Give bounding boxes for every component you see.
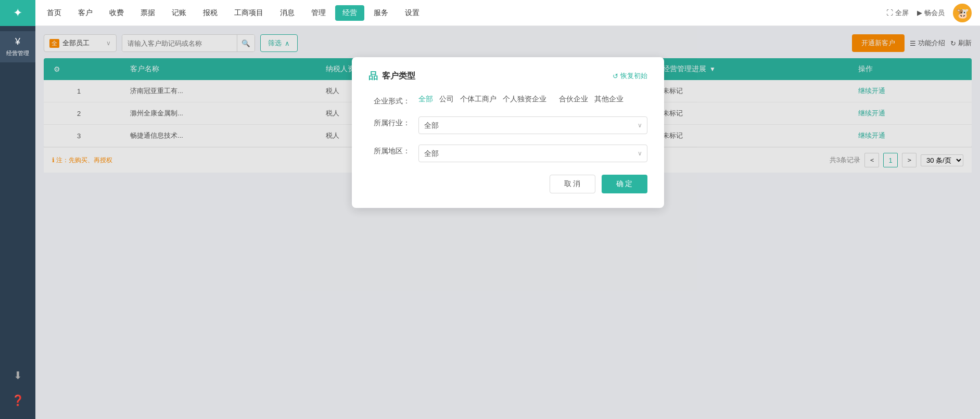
dialog-title-text: 客户类型 — [382, 71, 415, 82]
industry-label: 所属行业： — [368, 116, 410, 128]
nav-item-customer[interactable]: 客户 — [71, 5, 100, 21]
industry-select[interactable]: 全部 — [418, 116, 647, 134]
nav-item-message[interactable]: 消息 — [273, 5, 302, 21]
nav-item-service[interactable]: 服务 — [366, 5, 396, 21]
dialog-actions: 取 消 确 定 — [368, 175, 647, 193]
dialog-header: 品 客户类型 ↺ 恢复初始 — [368, 70, 647, 82]
type-other[interactable]: 其他企业 — [594, 95, 623, 104]
enterprise-types: 全部 公司 个体工商户 个人独资企业 合伙企业 其他企业 — [418, 95, 647, 104]
nav-items: 首页 客户 收费 票据 记账 报税 工商项目 消息 管理 经营 服务 设置 — [40, 5, 886, 21]
vip-icon: ▶ — [917, 9, 922, 17]
type-individual[interactable]: 个体工商户 — [460, 95, 497, 104]
fullscreen-icon: ⛶ — [886, 9, 893, 17]
type-company[interactable]: 公司 — [439, 95, 454, 104]
type-partnership[interactable]: 合伙企业 — [559, 95, 588, 104]
confirm-button[interactable]: 确 定 — [602, 175, 647, 193]
dialog-title-icon: 品 — [368, 70, 378, 82]
vip-label: 畅会员 — [924, 8, 945, 18]
yuan-icon: ¥ — [15, 36, 20, 47]
region-select[interactable]: 全部 — [418, 145, 647, 162]
nav-item-home[interactable]: 首页 — [40, 5, 69, 21]
cancel-button[interactable]: 取 消 — [550, 175, 595, 193]
vip-button[interactable]: ▶ 畅会员 — [917, 8, 945, 18]
help-icon[interactable]: ❓ — [7, 390, 29, 411]
industry-content: 全部 ∨ — [418, 116, 647, 134]
nav-item-business[interactable]: 工商项目 — [227, 5, 271, 21]
top-nav: ✦ 首页 客户 收费 票据 记账 报税 工商项目 消息 管理 经营 服务 设置 … — [0, 0, 980, 26]
nav-item-bills[interactable]: 票据 — [133, 5, 162, 21]
overlay: 品 客户类型 ↺ 恢复初始 企业形式： 全部 公司 个体工商户 个人独资企业 合… — [35, 26, 980, 419]
nav-right: ⛶ 全屏 ▶ 畅会员 🐮 — [886, 4, 972, 22]
dialog-title: 品 客户类型 — [368, 70, 415, 82]
enterprise-type-list: 全部 公司 个体工商户 个人独资企业 合伙企业 其他企业 — [418, 95, 647, 104]
reset-icon: ↺ — [613, 72, 618, 80]
nav-item-bookkeeping[interactable]: 记账 — [164, 5, 194, 21]
type-all[interactable]: 全部 — [418, 95, 433, 104]
sidebar-item-operation[interactable]: ¥ 经营管理 — [0, 31, 35, 62]
region-row: 所属地区： 全部 ∨ — [368, 145, 647, 162]
sidebar-item-label: 经营管理 — [6, 49, 29, 57]
sidebar-bottom: ⬇ ❓ — [0, 365, 35, 419]
nav-item-manage[interactable]: 管理 — [304, 5, 333, 21]
sidebar: ¥ 经营管理 ⬇ ❓ — [0, 26, 35, 419]
dialog-reset-button[interactable]: ↺ 恢复初始 — [613, 71, 647, 81]
type-sole[interactable]: 个人独资企业 — [503, 95, 546, 104]
nav-item-tax[interactable]: 报税 — [196, 5, 225, 21]
logo-icon: ✦ — [13, 6, 22, 20]
reset-label: 恢复初始 — [620, 71, 647, 81]
download-icon[interactable]: ⬇ — [9, 365, 27, 386]
fullscreen-label: 全屏 — [895, 8, 909, 18]
region-select-wrapper: 全部 ∨ — [418, 145, 647, 162]
region-label: 所属地区： — [368, 145, 410, 156]
filter-dialog: 品 客户类型 ↺ 恢复初始 企业形式： 全部 公司 个体工商户 个人独资企业 合… — [352, 57, 664, 208]
industry-select-wrapper: 全部 ∨ — [418, 116, 647, 134]
nav-item-operation[interactable]: 经营 — [335, 5, 364, 21]
nav-item-settings[interactable]: 设置 — [398, 5, 427, 21]
enterprise-form-label: 企业形式： — [368, 95, 410, 106]
enterprise-form-row: 企业形式： 全部 公司 个体工商户 个人独资企业 合伙企业 其他企业 — [368, 95, 647, 106]
industry-row: 所属行业： 全部 ∨ — [368, 116, 647, 134]
logo-area: ✦ — [0, 0, 35, 26]
region-content: 全部 ∨ — [418, 145, 647, 162]
avatar[interactable]: 🐮 — [953, 4, 972, 22]
nav-item-fees[interactable]: 收费 — [102, 5, 131, 21]
fullscreen-button[interactable]: ⛶ 全屏 — [886, 8, 909, 18]
